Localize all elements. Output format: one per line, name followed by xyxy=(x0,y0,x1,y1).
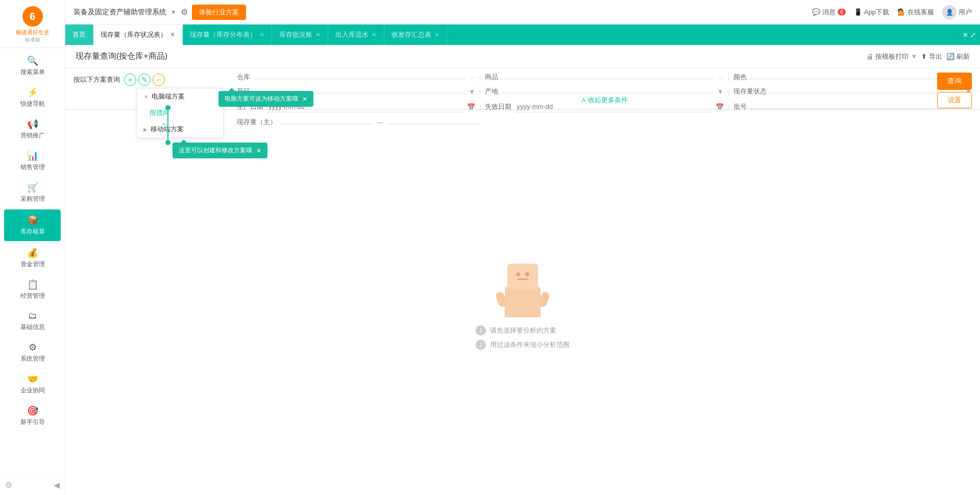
logo-icon: 6 xyxy=(22,6,43,27)
system-icon: ⚙ xyxy=(29,342,37,353)
expiry-date-input[interactable] xyxy=(514,101,712,112)
sidebar-settings-btn[interactable]: ⚙ xyxy=(5,480,12,490)
product-dots[interactable]: ··· xyxy=(718,74,724,81)
filter-fields-area: 仓库 ··· | 商品 ··· | 颜色 xyxy=(229,68,980,132)
stock-main-label: 现存量（主） xyxy=(237,117,277,127)
scheme-item-desktop-sub[interactable]: 按揽向 xyxy=(137,105,223,121)
expand-icon-mobile: ▶ xyxy=(143,127,148,132)
sidebar-item-system[interactable]: ⚙ 系统管理 xyxy=(0,337,65,368)
tooltip-scheme-mobile: 电脑方案可设为移动方案哦 ✕ xyxy=(218,91,313,107)
tab-close-inventory-status[interactable]: ✕ xyxy=(170,31,175,38)
tab-close-inventory-dist[interactable]: ✕ xyxy=(259,31,264,38)
color-field: 颜色 ▼ xyxy=(733,73,972,82)
sidebar: 6 畅捷通好生意 标准版 🔍 搜索菜单 ⚡ 快捷导航 📢 营销推广 📊 销售管理… xyxy=(0,0,65,495)
add-scheme-btn[interactable]: + xyxy=(124,74,136,86)
tab-in-out-flow[interactable]: 出入库流水 ✕ xyxy=(328,25,384,45)
search-button[interactable]: 查询 xyxy=(937,73,972,90)
origin-dropdown[interactable]: ▼ xyxy=(717,88,724,96)
eye-left xyxy=(516,272,520,276)
back-scheme-btn[interactable]: ← xyxy=(153,74,165,86)
messages-action[interactable]: 💬 消息 6 xyxy=(812,8,846,17)
sidebar-item-search[interactable]: 🔍 搜索菜单 xyxy=(0,50,65,82)
connector-dot-bottom xyxy=(165,140,170,145)
tooltip2-close[interactable]: ✕ xyxy=(256,147,261,154)
stock-main-from[interactable] xyxy=(281,121,373,124)
sidebar-item-operations[interactable]: 📋 经营管理 xyxy=(0,274,65,305)
sidebar-item-quick-nav[interactable]: ⚡ 快捷导航 xyxy=(0,82,65,113)
expiry-date-calendar-icon[interactable]: 📅 xyxy=(716,103,724,111)
export-btn[interactable]: ⬆ 导出 xyxy=(921,52,942,61)
origin-label: 产地 xyxy=(485,87,498,96)
expiry-date-label: 失效日期 xyxy=(485,102,511,111)
empty-state: 1 请先选择要分析的方案 2 用过滤条件来缩小分析范围 xyxy=(65,110,980,495)
sales-icon: 📊 xyxy=(27,150,38,161)
refresh-btn[interactable]: 🔄 刷新 xyxy=(946,52,970,61)
tab-receive-summary[interactable]: 收发存汇总表 ✕ xyxy=(384,25,447,45)
tab-home[interactable]: 首页 xyxy=(65,25,93,45)
divider2: | xyxy=(728,74,729,81)
sidebar-nav: 🔍 搜索菜单 ⚡ 快捷导航 📢 营销推广 📊 销售管理 🛒 采购管理 📦 库存核… xyxy=(0,48,65,475)
user-action[interactable]: 👤 用户 xyxy=(942,5,972,19)
product-input[interactable] xyxy=(501,76,715,79)
warehouse-input[interactable] xyxy=(253,76,467,79)
sidebar-item-guide[interactable]: 🎯 新手引导 xyxy=(0,400,65,432)
production-date-calendar-icon[interactable]: 📅 xyxy=(467,103,475,111)
eye-right xyxy=(525,272,529,276)
system-dropdown-icon[interactable]: ▼ xyxy=(170,9,177,16)
tab-close-all-icon[interactable]: ✕ xyxy=(963,31,968,39)
support-icon: 💁 xyxy=(897,8,905,16)
sidebar-logo: 6 畅捷通好生意 标准版 xyxy=(0,0,65,48)
sidebar-item-purchase[interactable]: 🛒 采购管理 xyxy=(0,177,65,208)
basicinfo-icon: 🗂 xyxy=(28,311,37,321)
filter-label: 按以下方案查询 xyxy=(74,75,120,84)
settings-button[interactable]: 设置 xyxy=(937,92,972,108)
size-dropdown[interactable]: ▼ xyxy=(469,88,475,96)
user-avatar: 👤 xyxy=(942,5,957,19)
system-name: 装备及固定资产辅助管理系统 xyxy=(74,8,166,17)
sidebar-item-finance[interactable]: 💰 资金管理 xyxy=(0,242,65,274)
message-badge: 6 xyxy=(838,9,846,15)
sidebar-item-enterprise[interactable]: 🤝 企业协同 xyxy=(0,368,65,400)
edit-scheme-btn[interactable]: ✎ xyxy=(138,74,151,86)
tab-inventory-dist[interactable]: 现存量（库存分布表） ✕ xyxy=(183,25,272,45)
stock-main-to[interactable] xyxy=(387,121,479,124)
scheme-item-mobile[interactable]: ▶ 移动端方案 xyxy=(137,121,223,137)
sidebar-item-sales[interactable]: 📊 销售管理 xyxy=(0,145,65,177)
sidebar-item-basic-info[interactable]: 🗂 基础信息 xyxy=(0,305,65,337)
tab-close-receive-summary[interactable]: ✕ xyxy=(434,31,439,38)
origin-field: 产地 ▼ xyxy=(485,87,723,96)
product-label: 商品 xyxy=(485,73,498,82)
sidebar-item-marketing[interactable]: 📢 营销推广 xyxy=(0,113,65,145)
brand-badge: 标准版 xyxy=(25,36,40,43)
filter-row-1: 仓库 ··· | 商品 ··· | 颜色 xyxy=(237,73,972,82)
empty-face xyxy=(516,272,529,280)
quicknav-icon: ⚡ xyxy=(27,87,38,98)
empty-steps: 1 请先选择要分析的方案 2 用过滤条件来缩小分析范围 xyxy=(476,325,570,350)
stock-status-input[interactable] xyxy=(770,90,962,93)
experience-button[interactable]: 体验行业方案 xyxy=(192,5,246,20)
empty-step-2: 2 用过滤条件来缩小分析范围 xyxy=(476,340,570,350)
tooltip1-close[interactable]: ✕ xyxy=(302,96,307,103)
sidebar-collapse-btn[interactable]: ◀ xyxy=(54,480,60,490)
tab-inventory-status[interactable]: 现存量（库存状况表） ✕ xyxy=(93,25,183,45)
sidebar-item-inventory[interactable]: 📦 库存核算 xyxy=(4,209,61,241)
warehouse-dots[interactable]: ··· xyxy=(470,74,475,81)
color-input[interactable] xyxy=(750,76,962,79)
query-buttons: 查询 设置 xyxy=(937,73,972,108)
tab-close-batch-ledger[interactable]: ✕ xyxy=(315,31,321,38)
tab-close-in-out-flow[interactable]: ✕ xyxy=(372,31,377,38)
divider6: | xyxy=(728,103,729,111)
tab-maximize-icon[interactable]: ⤢ xyxy=(970,31,976,39)
header-settings-btn[interactable]: ⚙ xyxy=(181,7,188,17)
print-dropdown-icon: ▼ xyxy=(911,53,917,60)
online-support-action[interactable]: 💁 在线客服 xyxy=(897,8,934,17)
batch-label: 批号 xyxy=(733,102,747,111)
app-download-action[interactable]: 📱 App下载 xyxy=(854,8,889,17)
scheme-item-desktop[interactable]: ▼ 电脑端方案 xyxy=(137,88,223,105)
page-title: 现存量查询(按仓库+商品) xyxy=(76,51,167,62)
print-btn[interactable]: 🖨 按模板打印 ▼ xyxy=(867,52,917,61)
page-actions: 🖨 按模板打印 ▼ ⬆ 导出 🔄 刷新 xyxy=(867,52,970,61)
origin-input[interactable] xyxy=(501,90,714,93)
tab-batch-ledger[interactable]: 库存批次账 ✕ xyxy=(272,25,328,45)
divider3: | xyxy=(479,88,481,96)
